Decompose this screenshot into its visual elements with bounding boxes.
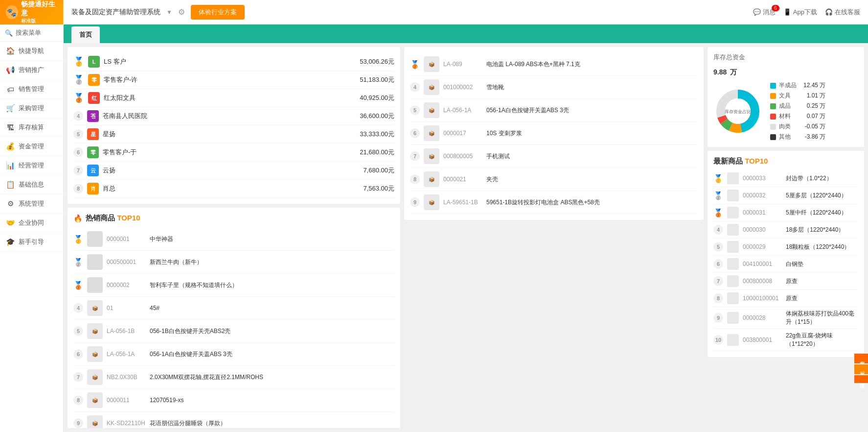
svg-text:库存资金占比: 库存资金占比 xyxy=(725,109,751,114)
sales-product-code: LA-59651-1B xyxy=(443,199,482,206)
hot-product-item: 4 📦 01 45# xyxy=(73,297,394,320)
sidebar-item-sales[interactable]: 🏷 销售管理 xyxy=(0,80,63,99)
sales-rank-list: 🥉 📦 LA-089 电池盖 LA-089 ABS本色+黑种 7.1克 4 📦 … xyxy=(410,53,698,214)
newest-product-code: 0000032 xyxy=(743,192,782,199)
product-code: NB2.0X30B xyxy=(107,374,146,381)
sidebar-item-quicknav[interactable]: 🏠 快捷导航 xyxy=(0,42,63,61)
product-thumb: 📦 xyxy=(87,300,103,316)
product-thumb xyxy=(87,254,103,270)
rank-value: 33,333.00元 xyxy=(360,130,394,139)
product-thumb: 📦 xyxy=(424,171,439,187)
trial-button[interactable]: 体验行业方案 xyxy=(191,5,245,20)
newest-product-name: 18颗粒板（1220*2440） xyxy=(786,243,858,251)
tab-home[interactable]: 首页 xyxy=(71,26,100,43)
legend-item: 半成品 12.45 万 xyxy=(770,81,825,90)
sidebar-item-system[interactable]: ⚙ 系统管理 xyxy=(0,194,63,214)
sidebar-item-collab[interactable]: 🤝 企业协同 xyxy=(0,214,63,233)
rank-number: 7 xyxy=(713,276,723,286)
product-name: 新西兰牛肉（新牛） xyxy=(150,258,394,266)
sidebar-item-finance[interactable]: 💰 资金管理 xyxy=(0,137,63,156)
rank-item: 🥇 L LS 客户 53,006.26元 xyxy=(73,53,394,71)
sales-product-name: 电池盖 LA-089 ABS本色+黑种 7.1克 xyxy=(486,60,698,69)
newest-product-code: 000800008 xyxy=(743,278,782,285)
dropdown-icon[interactable]: ▼ xyxy=(166,9,172,16)
guide-icon: 🎓 xyxy=(6,238,15,246)
sidebar-item-marketing[interactable]: 📢 营销推广 xyxy=(0,61,63,80)
hot-products-label: 热销商品 TOP10 xyxy=(86,214,140,223)
float-community[interactable]: 服务社区 xyxy=(854,364,868,374)
newest-product-item: 8 10000100001 原查 xyxy=(713,290,858,307)
search-label: 搜索菜单 xyxy=(16,28,41,37)
product-thumb: 📦 xyxy=(424,148,439,164)
product-thumb: 📦 xyxy=(424,79,439,95)
product-name: 45# xyxy=(150,305,394,312)
sidebar-item-inventory[interactable]: 🏗 库存核算 xyxy=(0,118,63,137)
sidebar-item-label: 快捷导航 xyxy=(19,47,44,55)
headset-icon: 🎧 xyxy=(825,8,833,16)
system-name: 装备及固定资产辅助管理系统 xyxy=(71,8,160,17)
float-service: 客服热线 服务社区 直播 xyxy=(854,354,868,383)
marketing-icon: 📢 xyxy=(6,66,15,74)
newest-product-img xyxy=(727,312,739,324)
float-customer-service[interactable]: 客服热线 xyxy=(854,354,868,363)
sales-product-code: LA-056-1A xyxy=(443,107,482,114)
newest-product-img xyxy=(727,275,739,287)
product-thumb: 📦 xyxy=(87,392,103,408)
newest-product-item: 9 0000028 体娴荔枝味苏打饮品400毫升（1*15） xyxy=(713,307,858,329)
product-code: LA-056-1B xyxy=(107,328,146,335)
product-thumb: 📦 xyxy=(87,323,103,339)
hot-product-item: 🥈 000500001 新西兰牛肉（新牛） xyxy=(73,251,394,274)
newest-product-name: 封边带（1.0*22） xyxy=(786,174,858,183)
legend-label: 半成品 xyxy=(779,81,797,90)
newest-product-item: 🥇 0000033 封边带（1.0*22） xyxy=(713,170,858,187)
product-thumb: 📦 xyxy=(87,369,103,385)
newest-product-code: 0000031 xyxy=(743,209,782,216)
newest-product-code: 0000028 xyxy=(743,314,782,321)
settings-gear-icon[interactable]: ⚙ xyxy=(178,7,185,17)
rank-medal-icon: 🥈 xyxy=(713,191,723,200)
newest-product-name: 22g鱼豆腐-烧烤味（1*12*20） xyxy=(786,332,858,348)
newest-product-item: 6 004100001 白钢垫 xyxy=(713,256,858,273)
sidebar-item-label: 系统管理 xyxy=(19,199,44,208)
inventory-icon: 🏗 xyxy=(6,123,15,132)
rank-medal-icon: 🥇 xyxy=(713,174,723,183)
product-name: 中华神器 xyxy=(150,235,394,243)
newest-product-img xyxy=(727,224,739,236)
hot-product-item: 5 📦 LA-056-1B 056-1B白色按键开关壳ABS2壳 xyxy=(73,320,394,343)
product-code: 000500001 xyxy=(107,259,146,265)
sidebar-search[interactable]: 🔍 搜索菜单 xyxy=(0,24,63,42)
sidebar-item-basics[interactable]: 📋 基础信息 xyxy=(0,175,63,194)
product-code: LA-056-1A xyxy=(107,351,146,358)
product-name: 花语朋侣温分腿睡袋（厚款） xyxy=(150,419,394,428)
app-download-link[interactable]: 📱 App下载 xyxy=(783,8,817,17)
online-service-label: 在线客服 xyxy=(835,8,860,17)
hot-products-title: 🔥 热销商品 TOP10 xyxy=(73,214,394,223)
content: 🥇 L LS 客户 53,006.26元 🥈 零 零售客户-许 51,183.0… xyxy=(64,43,868,432)
legend-item: 其他 -3.86 万 xyxy=(770,133,825,141)
float-live[interactable]: 直播 xyxy=(854,375,868,383)
newest-products-card: 最新商品 TOP10 🥇 0000033 封边带（1.0*22） 🥈 00000… xyxy=(708,151,864,357)
legend-label: 肉类 xyxy=(779,122,791,131)
fire-icon: 🔥 xyxy=(73,214,83,223)
newest-product-name: 原查 xyxy=(786,277,858,286)
newest-product-code: 0000029 xyxy=(743,243,782,250)
online-service-link[interactable]: 🎧 在线客服 xyxy=(825,8,860,17)
product-thumb xyxy=(87,231,103,247)
newest-product-item: 7 000800008 原查 xyxy=(713,273,858,290)
sidebar-item-guide[interactable]: 🎓 新手引导 xyxy=(0,233,63,252)
product-thumb: 📦 xyxy=(424,56,439,72)
hot-products-list: 🥇 0000001 中华神器 🥈 000500001 新西兰牛肉（新牛） 🥉 0… xyxy=(73,228,394,428)
legend-item: 文具 1.01 万 xyxy=(770,92,825,100)
sales-rank-item: 🥉 📦 LA-089 电池盖 LA-089 ABS本色+黑种 7.1克 xyxy=(410,53,698,76)
sales-product-code: 0000021 xyxy=(443,176,482,183)
sidebar-item-label: 企业协同 xyxy=(19,218,44,227)
newest-product-name: 5厘多层（1220*2440） xyxy=(786,192,858,200)
message-badge[interactable]: 💬 消息 6 xyxy=(753,8,776,17)
main-area: 装备及固定资产辅助管理系统 ▼ ⚙ 体验行业方案 💬 消息 6 📱 App下载 … xyxy=(64,0,868,432)
sidebar-item-purchase[interactable]: 🛒 采购管理 xyxy=(0,99,63,118)
purchase-icon: 🛒 xyxy=(6,104,15,113)
sidebar-item-operations[interactable]: 📊 经营管理 xyxy=(0,156,63,175)
rank-name: 零售客户-许 xyxy=(104,75,356,84)
rank-item: 🥉 红 红太阳文具 40,925.00元 xyxy=(73,89,394,107)
sales-rank-item: 6 📦 0000017 10S 变刺罗浆 xyxy=(410,122,698,145)
